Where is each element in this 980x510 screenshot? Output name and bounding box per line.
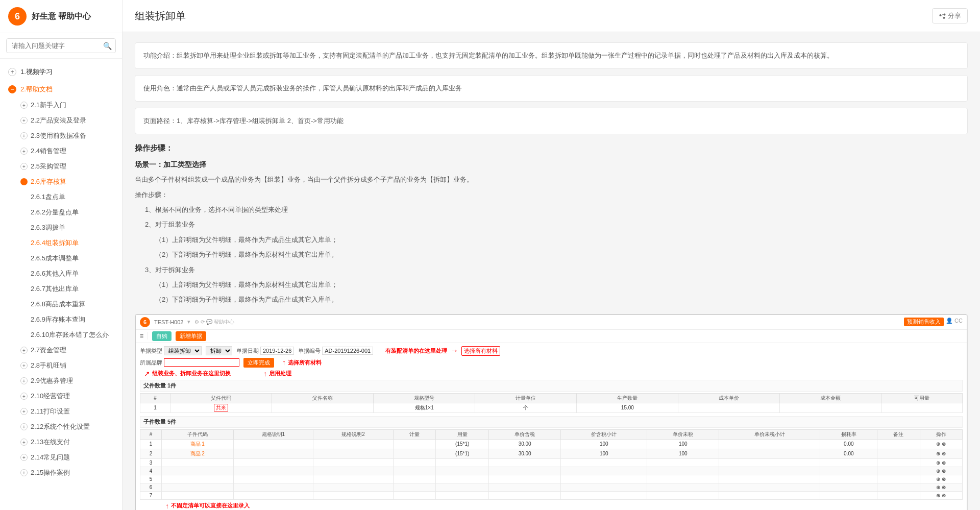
table-row: 1 共米 规格1×1 个 15.00 <box>140 403 963 412</box>
search-area[interactable]: 🔍 <box>0 33 122 59</box>
expand-icon: + <box>20 454 28 461</box>
sidebar-item-purchase[interactable]: + 2.5采购管理 <box>20 159 122 174</box>
sidebar-item-coupon[interactable]: + 2.9优惠券管理 <box>20 373 122 388</box>
sidebar-item-inventory[interactable]: − 2.6库存核算 <box>20 174 122 189</box>
sidebar-item-video[interactable]: + 1.视频学习 <box>0 64 122 80</box>
sidebar-item-newcomer[interactable]: + 2.1新手入门 <box>20 98 122 113</box>
col-price-notax: 单价未税 <box>647 429 719 439</box>
cell-pnotax: 100 <box>647 439 719 449</box>
logo-area: 6 好生意 帮助中心 <box>0 0 122 33</box>
cell-qty: 15.00 <box>577 403 678 412</box>
sidebar-item-print[interactable]: + 2.11打印设置 <box>20 404 122 419</box>
table-row: # 子件代码 规格说明1 规格说明2 计量 用量 单价含税 价含税小计 单价未税 <box>140 429 963 439</box>
cell-loss: 0.00 <box>820 439 877 449</box>
expand-icon: + <box>20 408 28 415</box>
sidebar-item-system[interactable]: + 2.12系统个性化设置 <box>20 419 122 434</box>
sidebar-item-capital[interactable]: + 2.7资金管理 <box>20 343 122 358</box>
col-subtotal-tax: 价含税小计 <box>561 429 647 439</box>
sidebar-item-goodscost[interactable]: 2.6.8商品成本重算 <box>31 297 122 312</box>
sidebar-item-adjust[interactable]: 2.6.3调拨单 <box>31 220 122 235</box>
app-select-subtype[interactable]: 拆卸 <box>206 346 232 355</box>
cell-spec2 <box>313 449 394 458</box>
steps-title: 操作步骤： <box>135 143 968 153</box>
sidebar-item-biz[interactable]: + 2.10经营管理 <box>20 388 122 404</box>
sidebar-item-otherinstock[interactable]: 2.6.6其他入库单 <box>31 266 122 281</box>
sidebar-item-splitstock[interactable]: 2.6.2分量盘点单 <box>31 205 122 220</box>
app-select-doctype[interactable]: 组装拆卸 <box>164 346 202 355</box>
app-label-doctype: 单据类型 <box>140 347 162 355</box>
main-header: 组装拆卸单 分享 <box>122 0 980 32</box>
sidebar-item-assembly[interactable]: 2.6.4组装拆卸单 <box>31 235 122 251</box>
app-tab-self[interactable]: 自购 <box>152 331 172 341</box>
annotation-bottom-text: 不固定清单可以直接在这里录入 <box>171 502 250 509</box>
docs-subnav: + 2.1新手入门 + 2.2产品安装及登录 + 2.3使用前数据准备 + 2.… <box>0 98 122 480</box>
lower-section-container: 子件数量 5件 # 子件代码 规格说明1 规格说明2 计量 <box>140 416 963 510</box>
sidebar-item-label: 2.14常见问题 <box>31 453 70 462</box>
sidebar-item-faq[interactable]: + 2.14常见问题 <box>20 450 122 465</box>
app-titlebar-close: 👤 CC <box>946 318 963 326</box>
sidebar-item-label: 2.6库存核算 <box>31 177 66 186</box>
col-op: 操作 <box>920 429 962 439</box>
col-num: # <box>140 393 170 403</box>
sidebar-item-sales[interactable]: + 2.4销售管理 <box>20 143 122 159</box>
sidebar: 6 好生意 帮助中心 🔍 + 1.视频学习 − 2.帮助文档 + 2.1新手入门 <box>0 0 122 510</box>
sidebar-nav: + 1.视频学习 − 2.帮助文档 + 2.1新手入门 + 2.2产品安装及登录 <box>0 59 122 510</box>
sidebar-item-label: 2.15操作案例 <box>31 468 70 477</box>
nav-section-docs: − 2.帮助文档 + 2.1新手入门 + 2.2产品安装及登录 + 2.3使用前… <box>0 81 122 480</box>
app-label-brand: 所属品牌 <box>140 359 162 367</box>
sidebar-item-label: 2.10经营管理 <box>31 392 70 401</box>
cell-stax: 100 <box>561 439 647 449</box>
sidebar-item-cases[interactable]: + 2.15操作案例 <box>20 465 122 480</box>
share-button[interactable]: 分享 <box>932 8 968 23</box>
logo-icon: 6 <box>8 7 27 26</box>
app-upper-table: # 父件代码 父件名称 规格型号 计量单位 生产数量 成本单价 成本金额 可用量 <box>140 393 963 413</box>
collapse-icon: − <box>20 178 28 185</box>
expand-icon: + <box>20 347 28 354</box>
app-titlebar-sep: ▾ <box>187 319 190 325</box>
app-form-area: 单据类型 组装拆卸 拆卸 <box>136 343 967 510</box>
intro-block: 功能介绍：组装拆卸单用来处理企业组装或拆卸等加工业务，支持有固定装配清单的产品加… <box>135 42 968 69</box>
sidebar-item-label: 2.7资金管理 <box>31 346 66 355</box>
share-icon <box>939 12 946 19</box>
app-field-subtype: 拆卸 <box>206 346 232 355</box>
sidebar-item-stockcheck[interactable]: 2.6.9库存账本查询 <box>31 312 122 327</box>
cell-spec1 <box>233 449 313 458</box>
sidebar-item-label: 2.8手机旺铺 <box>31 361 66 370</box>
page-title: 组装拆卸单 <box>135 9 186 23</box>
search-input[interactable] <box>6 38 116 53</box>
app-tab-new[interactable]: 新增单据 <box>176 331 206 341</box>
sidebar-item-install[interactable]: + 2.2产品安装及登录 <box>20 113 122 128</box>
sidebar-item-costadjust[interactable]: 2.6.5成本调整单 <box>31 251 122 266</box>
app-input-brand[interactable] <box>164 358 239 367</box>
sidebar-item-data[interactable]: + 2.3使用前数据准备 <box>20 128 122 143</box>
col-spec1: 规格说明1 <box>233 429 313 439</box>
cell-num: 1 <box>140 439 162 449</box>
table-row: 3⊕ ⊗ <box>140 458 963 467</box>
col-remark: 备注 <box>877 429 920 439</box>
sidebar-item-mobile[interactable]: + 2.8手机旺铺 <box>20 358 122 373</box>
annotation1-button: 选择所有材料 <box>461 346 500 356</box>
annotation-bottom-area: ↑ 不固定清单可以直接在这里录入 <box>140 502 963 510</box>
app-lower-table-header: 子件数量 5件 <box>140 416 963 428</box>
app-btn-confirm[interactable]: 立即完成 <box>243 358 274 368</box>
cell-loss: 0.00 <box>820 449 877 458</box>
cell-spec1 <box>233 439 313 449</box>
sidebar-item-stocktake[interactable]: 2.6.1盘点单 <box>31 189 122 205</box>
col-parent-code: 父件代码 <box>170 393 272 403</box>
col-subtotal-notax: 单价未税小计 <box>719 429 820 439</box>
annotation1-area: 有装配清单的在这里处理 → 选择所有材料 <box>385 346 500 356</box>
col-loss: 损耗率 <box>820 429 877 439</box>
sidebar-item-otheroutstock[interactable]: 2.6.7其他出库单 <box>31 281 122 297</box>
sidebar-item-payment[interactable]: + 2.13在线支付 <box>20 434 122 450</box>
step3: 3、对于拆卸业务 <box>135 264 968 276</box>
col-qty: 生产数量 <box>577 393 678 403</box>
cell-snotax <box>719 449 820 458</box>
app-nav-icon: ≡ <box>140 332 143 339</box>
sidebar-item-docs[interactable]: − 2.帮助文档 <box>0 81 122 98</box>
sidebar-item-label: 2.9优惠券管理 <box>31 376 73 385</box>
sidebar-item-stockerror[interactable]: 2.6.10库存账本错了怎么办 <box>31 327 122 343</box>
expand-icon: + <box>20 469 28 476</box>
cell-ptax: 30.00 <box>489 449 561 458</box>
nav-section-video: + 1.视频学习 <box>0 64 122 80</box>
col-cost-price: 成本单价 <box>678 393 780 403</box>
